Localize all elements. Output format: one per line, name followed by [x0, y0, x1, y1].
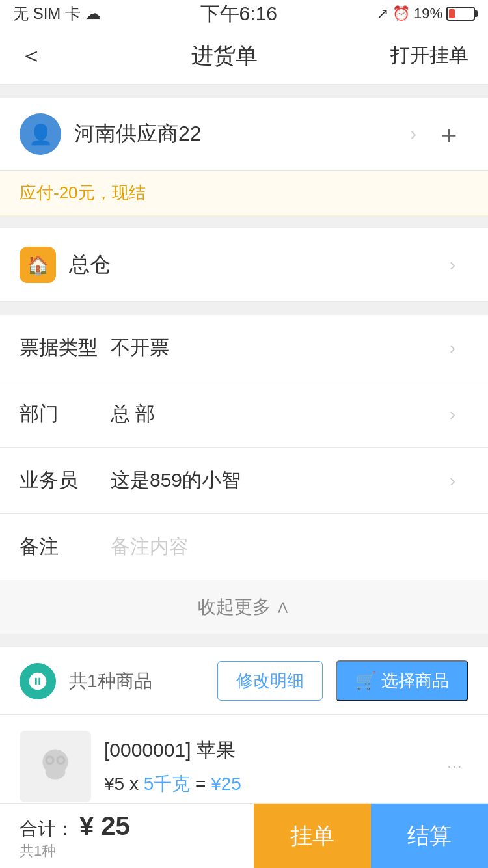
supplier-name: 河南供应商22: [74, 120, 411, 148]
page-title: 进货单: [191, 41, 258, 71]
invoice-type-row[interactable]: 票据类型 不开票 ›: [0, 315, 488, 381]
status-left: 无 SIM 卡 ☁: [13, 3, 101, 24]
battery-percent: 19%: [414, 5, 442, 22]
department-value: 总 部: [111, 401, 450, 427]
svg-point-3: [47, 758, 52, 763]
svg-point-5: [46, 765, 66, 779]
product-price: ¥5 x 5千克 = ¥25: [104, 772, 427, 796]
price-total: ¥25: [211, 774, 241, 794]
warehouse-chevron-icon: ›: [450, 254, 455, 275]
nav-bar: ＜ 进货单 打开挂单: [0, 27, 488, 85]
department-label: 部门: [20, 401, 111, 427]
salesperson-value: 这是859的小智: [111, 467, 450, 494]
hang-button[interactable]: 挂单: [254, 804, 371, 869]
back-icon: ＜: [20, 40, 43, 72]
status-bar: 无 SIM 卡 ☁ 下午6:16 ↗ ⏰ 19%: [0, 0, 488, 27]
select-product-label: 选择商品: [381, 670, 449, 692]
product-count: 共1种商品: [69, 669, 204, 694]
total-label: 合计： ¥ 25: [20, 811, 234, 841]
salesperson-row[interactable]: 业务员 这是859的小智 ›: [0, 448, 488, 514]
price-qty: 5千克: [144, 774, 191, 794]
product-header: 共1种商品 修改明细 🛒 选择商品: [0, 647, 488, 714]
section-divider-1: [0, 215, 488, 228]
total-label-text: 合计：: [20, 817, 74, 841]
department-row[interactable]: 部门 总 部 ›: [0, 381, 488, 448]
svg-point-4: [59, 758, 63, 763]
battery-icon: [446, 7, 475, 21]
warehouse-icon: 🏠: [20, 247, 56, 283]
total-count: 共1种: [20, 841, 234, 861]
alarm-icon: ⏰: [392, 5, 410, 22]
invoice-type-value: 不开票: [111, 334, 450, 361]
select-product-button[interactable]: 🛒 选择商品: [336, 660, 468, 701]
product-thumbnail: [20, 731, 91, 802]
salesperson-chevron-icon: ›: [450, 470, 455, 491]
salesperson-label: 业务员: [20, 467, 111, 494]
notice-bar: 应付-20元，现结: [0, 171, 488, 215]
back-button[interactable]: ＜: [20, 40, 59, 72]
invoice-type-chevron-icon: ›: [450, 338, 455, 359]
add-supplier-button[interactable]: ＋: [429, 116, 468, 152]
supplier-chevron-icon: ›: [411, 124, 416, 144]
avatar: 👤: [20, 113, 61, 155]
collapse-row[interactable]: 收起更多 ∧: [0, 580, 488, 634]
edit-detail-button[interactable]: 修改明细: [217, 661, 323, 701]
product-name: [0000001] 苹果: [104, 737, 427, 764]
department-chevron-icon: ›: [450, 404, 455, 425]
section-divider-2: [0, 302, 488, 315]
remark-row[interactable]: 备注 备注内容: [0, 514, 488, 580]
warehouse-name: 总仓: [69, 251, 450, 279]
product-info: [0000001] 苹果 ¥5 x 5千克 = ¥25: [104, 737, 427, 796]
sim-status: 无 SIM 卡 ☁: [13, 3, 101, 24]
price-eq: =: [190, 774, 211, 794]
status-time: 下午6:16: [200, 1, 277, 27]
status-right: ↗ ⏰ 19%: [377, 5, 475, 22]
checkout-button[interactable]: 结算: [371, 804, 488, 869]
supplier-row: 👤 河南供应商22 › ＋: [0, 98, 488, 171]
remark-label: 备注: [20, 534, 111, 560]
total-amount: ¥ 25: [79, 811, 130, 841]
price-unit: ¥5 x: [104, 774, 144, 794]
invoice-type-label: 票据类型: [20, 334, 111, 361]
top-divider: [0, 85, 488, 98]
notice-text: 应付-20元，现结: [20, 183, 146, 202]
bottom-bar: 合计： ¥ 25 共1种 挂单 结算: [0, 803, 488, 868]
product-more-button[interactable]: ···: [441, 750, 468, 783]
warehouse-row[interactable]: 🏠 总仓 ›: [0, 228, 488, 302]
remark-value[interactable]: 备注内容: [111, 534, 468, 560]
location-icon: ↗: [377, 5, 388, 22]
collapse-text: 收起更多 ∧: [198, 595, 291, 619]
open-hang-button[interactable]: 打开挂单: [390, 42, 468, 69]
total-section: 合计： ¥ 25 共1种: [0, 811, 254, 861]
product-icon: [20, 663, 56, 699]
cart-icon: 🛒: [355, 671, 376, 691]
avatar-icon: 👤: [29, 123, 53, 146]
